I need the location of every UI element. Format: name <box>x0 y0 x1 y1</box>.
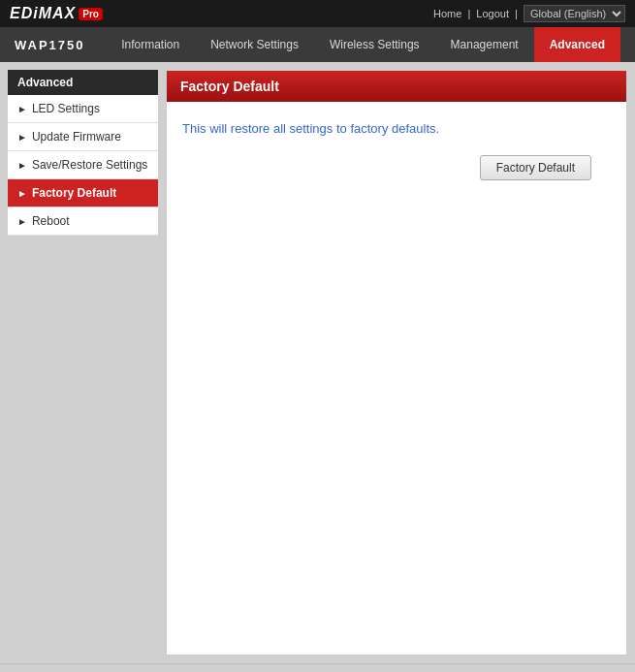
home-link[interactable]: Home <box>433 8 461 19</box>
sidebar: Advanced ► LED Settings ► Update Firmwar… <box>8 70 158 656</box>
sidebar-item-update-firmware[interactable]: ► Update Firmware <box>8 123 158 151</box>
content-area: Factory Default This will restore all se… <box>166 70 627 656</box>
tab-information[interactable]: Information <box>106 27 195 62</box>
sidebar-item-factory-default[interactable]: ► Factory Default <box>8 179 158 208</box>
factory-btn-row: Factory Default <box>182 155 611 180</box>
content-header: Factory Default <box>167 71 626 102</box>
info-text: This will restore all settings to factor… <box>182 121 611 136</box>
sidebar-item-led-settings[interactable]: ► LED Settings <box>8 95 158 123</box>
sidebar-label-led: LED Settings <box>32 102 100 115</box>
arrow-icon: ► <box>17 104 27 114</box>
main-nav: Information Network Settings Wireless Se… <box>106 27 620 62</box>
nav-header: WAP1750 Information Network Settings Wir… <box>0 27 635 62</box>
sidebar-label-factory: Factory Default <box>32 186 116 200</box>
arrow-icon: ► <box>17 188 27 199</box>
content-body: This will restore all settings to factor… <box>167 102 626 200</box>
arrow-icon: ► <box>17 160 27 171</box>
tab-management[interactable]: Management <box>435 27 534 62</box>
arrow-icon: ► <box>17 216 27 227</box>
arrow-icon: ► <box>17 132 27 143</box>
sidebar-item-reboot[interactable]: ► Reboot <box>8 208 158 236</box>
device-name: WAP1750 <box>15 38 85 52</box>
logo-pro: Pro <box>79 8 103 20</box>
language-select[interactable]: Global (English) <box>524 5 625 22</box>
top-bar: EDiMAX Pro Home | Logout | Global (Engli… <box>0 0 635 27</box>
sidebar-label-reboot: Reboot <box>32 214 70 228</box>
sidebar-title: Advanced <box>8 70 158 95</box>
factory-default-button[interactable]: Factory Default <box>480 155 591 180</box>
logout-link[interactable]: Logout <box>476 8 509 19</box>
main-layout: Advanced ► LED Settings ► Update Firmwar… <box>0 62 635 663</box>
logo-area: EDiMAX Pro <box>10 5 103 22</box>
logo: EDiMAX Pro <box>10 5 103 22</box>
tab-wireless-settings[interactable]: Wireless Settings <box>314 27 435 62</box>
footer: Copyright 2014 © EDIMAX Technology Co., … <box>0 663 635 672</box>
logo-text: EDiMAX <box>10 5 76 22</box>
sidebar-label-save: Save/Restore Settings <box>32 158 147 172</box>
tab-advanced[interactable]: Advanced <box>534 27 620 62</box>
sidebar-label-firmware: Update Firmware <box>32 130 121 144</box>
tab-network-settings[interactable]: Network Settings <box>195 27 314 62</box>
top-links: Home | Logout | Global (English) <box>433 5 625 22</box>
sidebar-item-save-restore[interactable]: ► Save/Restore Settings <box>8 151 158 179</box>
